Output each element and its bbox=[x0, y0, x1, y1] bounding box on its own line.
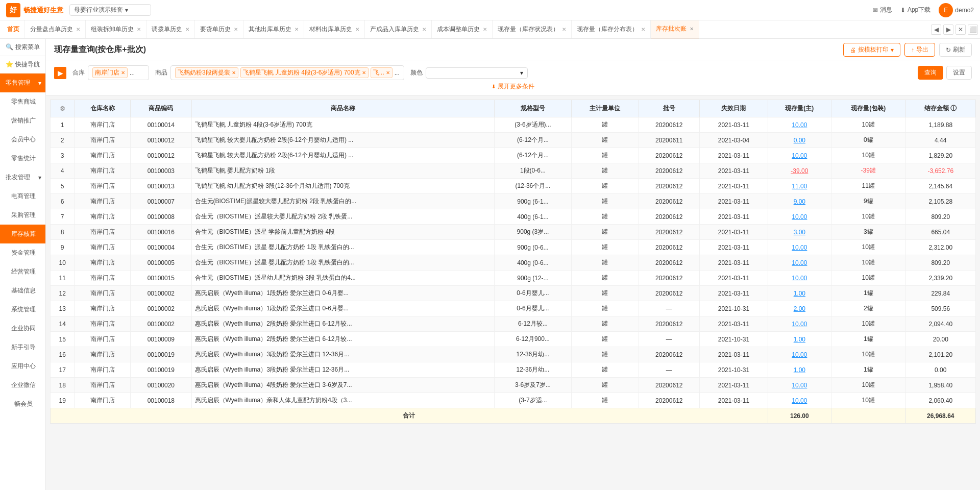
tab-xiancun2[interactable]: 现存量（库存分布表） ✕ bbox=[572, 20, 651, 39]
sidebar-item-system[interactable]: 系统管理 bbox=[0, 300, 45, 319]
sidebar-quick-nav[interactable]: ⭐ 快捷导航 bbox=[0, 56, 45, 74]
tab-maximize[interactable]: ⬜ bbox=[968, 24, 978, 35]
avatar: E bbox=[939, 3, 953, 17]
tab-close-all[interactable]: ✕ bbox=[955, 24, 966, 35]
sidebar-item-ecommerce[interactable]: 电商管理 bbox=[0, 187, 45, 206]
cell-batch: 20200612 bbox=[639, 286, 699, 301]
product-tag-1-remove[interactable]: ✕ bbox=[232, 70, 236, 76]
query-button[interactable]: 查询 bbox=[918, 66, 943, 80]
tab-zuzhuang[interactable]: 组装拆卸单历史 ✕ bbox=[86, 20, 146, 39]
app-download-button[interactable]: ⬇ App下载 bbox=[900, 6, 930, 14]
tab-scroll-right[interactable]: ▶ bbox=[943, 24, 953, 35]
cell-code: 00100002 bbox=[131, 316, 191, 332]
cell-qty-main[interactable]: 10.00 bbox=[768, 378, 831, 393]
sidebar-item-basic-info[interactable]: 基础信息 bbox=[0, 281, 45, 300]
tab-xiancun1[interactable]: 现存量（库存状况表） ✕ bbox=[493, 20, 572, 39]
close-icon[interactable]: ✕ bbox=[137, 27, 141, 32]
cell-qty-main[interactable]: 10.00 bbox=[768, 271, 831, 286]
sidebar-item-guide[interactable]: 新手引导 bbox=[0, 338, 45, 357]
cell-qty-main[interactable]: 10.00 bbox=[768, 255, 831, 271]
cell-no: 4 bbox=[51, 163, 75, 179]
sidebar-search[interactable]: 🔍 搜索菜单 bbox=[0, 39, 45, 56]
table-row: 15 南岸门店 00100009 惠氏启辰（Wyeth illuma）2段奶粉 … bbox=[51, 332, 976, 347]
col-settings[interactable]: ⚙ bbox=[51, 100, 75, 117]
cell-qty-main[interactable]: 1.00 bbox=[768, 286, 831, 301]
tab-home[interactable]: 首页 bbox=[2, 20, 25, 39]
cell-unit: 罐 bbox=[572, 255, 639, 271]
export-button[interactable]: ↑ 导出 bbox=[904, 43, 935, 57]
close-icon[interactable]: ✕ bbox=[641, 27, 645, 32]
cell-expire: 2021-03-11 bbox=[700, 347, 768, 362]
close-icon[interactable]: ✕ bbox=[422, 27, 426, 32]
sidebar-item-retail-mgmt[interactable]: 零售管理 ▾ bbox=[0, 74, 45, 92]
cell-warehouse: 南岸门店 bbox=[75, 163, 131, 179]
filter-expand-arrow[interactable]: ▶ bbox=[54, 67, 66, 79]
refresh-button[interactable]: ↻ 刷新 bbox=[939, 43, 972, 57]
messages-button[interactable]: ✉ 消息 bbox=[873, 6, 892, 14]
tab-chengpin[interactable]: 产成品入库单历史 ✕ bbox=[365, 20, 432, 39]
sidebar-item-retail-shop[interactable]: 零售商城 bbox=[0, 92, 45, 111]
tab-scroll-left[interactable]: ◀ bbox=[931, 24, 941, 35]
product-tag-2-remove[interactable]: ✕ bbox=[362, 70, 366, 76]
cell-unit: 罐 bbox=[572, 332, 639, 347]
cell-qty-main[interactable]: 11.00 bbox=[768, 179, 831, 194]
tab-cailiao[interactable]: 材料出库单历史 ✕ bbox=[304, 20, 365, 39]
tab-qitachu[interactable]: 其他出库单历史 ✕ bbox=[243, 20, 304, 39]
sidebar-item-purchase[interactable]: 采购管理 bbox=[0, 206, 45, 225]
store-selector[interactable]: 母婴行业演示账套 ▾ bbox=[69, 4, 151, 16]
sidebar-item-retail-stats[interactable]: 零售统计 bbox=[0, 149, 45, 168]
cell-qty-main[interactable]: 10.00 bbox=[768, 347, 831, 362]
cell-qty-main[interactable]: 1.00 bbox=[768, 362, 831, 378]
close-icon[interactable]: ✕ bbox=[76, 27, 80, 32]
cell-qty-main[interactable]: -39.00 bbox=[768, 163, 831, 179]
close-icon[interactable]: ✕ bbox=[690, 26, 694, 32]
template-print-button[interactable]: 🖨 按模板打印 ▾ bbox=[843, 43, 900, 57]
product-tag-3-remove[interactable]: ✕ bbox=[386, 70, 390, 76]
cell-qty-main[interactable]: 10.00 bbox=[768, 240, 831, 255]
tab-chengben[interactable]: 成本调整单历史 ✕ bbox=[432, 20, 493, 39]
close-icon[interactable]: ✕ bbox=[562, 27, 566, 32]
cell-amount: 2,312.00 bbox=[905, 240, 975, 255]
product-input[interactable]: 飞鹤奶粉3段两提装 ✕ 飞鹤星飞帆 儿童奶粉 4段(3-6岁适用) 700克 ✕… bbox=[170, 65, 404, 80]
sidebar-item-inventory[interactable]: 库存核算 bbox=[0, 225, 45, 243]
close-icon[interactable]: ✕ bbox=[234, 27, 238, 32]
sidebar-item-enterprise[interactable]: 企业协同 bbox=[0, 319, 45, 338]
tab-kucun-pici[interactable]: 库存批次账 ✕ bbox=[651, 20, 699, 39]
close-icon[interactable]: ✕ bbox=[483, 27, 487, 32]
sidebar-item-member2[interactable]: 畅会员 bbox=[0, 395, 45, 413]
expand-more-button[interactable]: ⬇ 展开更多条件 bbox=[54, 82, 972, 91]
cell-qty-main[interactable]: 10.00 bbox=[768, 148, 831, 163]
cell-qty-main[interactable]: 2.00 bbox=[768, 301, 831, 316]
sidebar-item-wholesale[interactable]: 批发管理 ▾ bbox=[0, 168, 45, 187]
warehouse-remove[interactable]: ✕ bbox=[121, 70, 125, 76]
close-icon[interactable]: ✕ bbox=[355, 27, 359, 32]
cell-name: 惠氏启辰（Wyeth illuma）1段奶粉 爱尔兰进口 0-6月婴... bbox=[191, 286, 494, 301]
sidebar-item-operations[interactable]: 经营管理 bbox=[0, 262, 45, 281]
sidebar-item-app-center[interactable]: 应用中心 bbox=[0, 357, 45, 376]
cell-qty-main[interactable]: 10.00 bbox=[768, 209, 831, 225]
warehouse-input[interactable]: 南岸门店 ✕ ... bbox=[88, 65, 149, 80]
tab-fenliang[interactable]: 分量盘点单历史 ✕ bbox=[25, 20, 86, 39]
tab-yaohuo[interactable]: 要货单历史 ✕ bbox=[195, 20, 243, 39]
chevron-icon: ▾ bbox=[38, 174, 41, 181]
sidebar-item-finance[interactable]: 资金管理 bbox=[0, 243, 45, 262]
sidebar-item-wechat[interactable]: 企业微信 bbox=[0, 376, 45, 395]
color-input[interactable]: ▾ bbox=[426, 67, 528, 79]
settings-button[interactable]: 设置 bbox=[946, 66, 972, 80]
sidebar-item-marketing[interactable]: 营销推广 bbox=[0, 111, 45, 130]
cell-qty-main[interactable]: 10.00 bbox=[768, 316, 831, 332]
cell-qty-main[interactable]: 1.00 bbox=[768, 332, 831, 347]
cell-qty-main[interactable]: 10.00 bbox=[768, 117, 831, 133]
cell-no: 16 bbox=[51, 347, 75, 362]
user-profile[interactable]: E demo2 bbox=[939, 3, 974, 17]
tab-diaob[interactable]: 调拨单历史 ✕ bbox=[146, 20, 195, 39]
cell-name: 合生元（BIOSTIME）派星幼儿配方奶粉 3段 乳铁蛋白的4... bbox=[191, 271, 494, 286]
cell-qty-main[interactable]: 9.00 bbox=[768, 194, 831, 209]
cell-name: 惠氏启辰（Wyeth illuma）3段奶粉 爱尔兰进口 12-36月... bbox=[191, 347, 494, 362]
cell-qty-main[interactable]: 0.00 bbox=[768, 133, 831, 148]
cell-qty-main[interactable]: 3.00 bbox=[768, 225, 831, 240]
close-icon[interactable]: ✕ bbox=[295, 27, 299, 32]
cell-qty-main[interactable]: 10.00 bbox=[768, 393, 831, 408]
sidebar-item-member[interactable]: 会员中心 bbox=[0, 130, 45, 149]
close-icon[interactable]: ✕ bbox=[185, 27, 189, 32]
